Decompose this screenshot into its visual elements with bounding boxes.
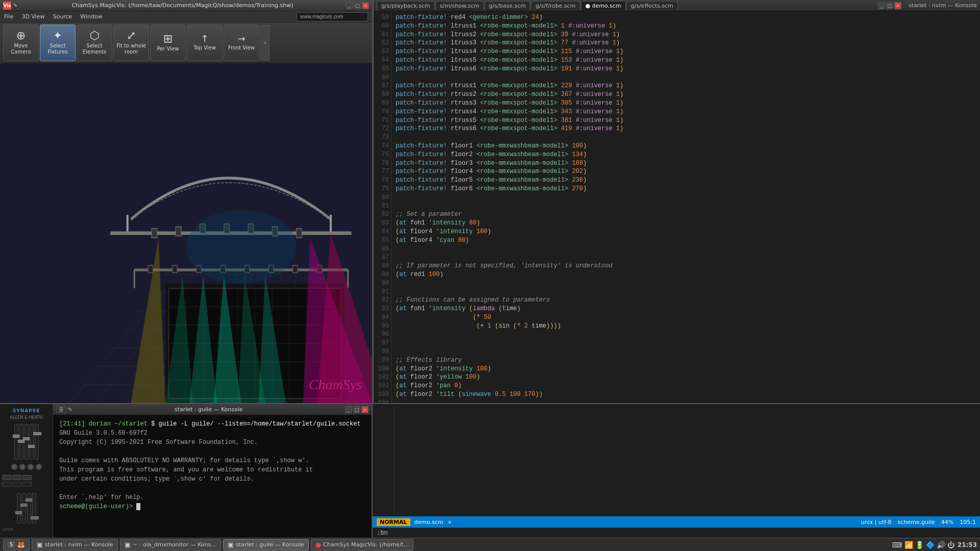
- mixer-btn-5[interactable]: [12, 482, 21, 487]
- tab-demo[interactable]: ● demo.scm: [581, 1, 626, 10]
- label-later: LATER: [2, 528, 11, 532]
- terminal-content[interactable]: [21:41] dorian ~/starlet $ guile -L guil…: [53, 415, 372, 538]
- code-line-78: patch-fixture! floor5 <robe-mmxwashbeam-…: [396, 176, 976, 185]
- terminal-close-btn[interactable]: ×: [361, 406, 369, 413]
- svg-rect-38: [176, 227, 181, 236]
- code-line-72: patch-fixture! rtruss6 <robe-mmxspot-mod…: [396, 124, 976, 133]
- code-line-97: [396, 339, 976, 347]
- terminal-edit-icon[interactable]: ✎: [68, 407, 72, 412]
- menu-file[interactable]: File: [4, 13, 13, 20]
- taskbar-item-magicvis[interactable]: ● ChamSys MagicVis: (/home/t...: [311, 539, 413, 550]
- vim-mode-badge: NORMAL: [377, 518, 410, 526]
- svg-rect-48: [173, 265, 177, 272]
- taskbar-item-ola[interactable]: ▣ ~ : ola_dmxmonitor — Kons...: [120, 539, 221, 550]
- terminal-line-9: Enter `,help' for help.: [59, 493, 365, 502]
- select-fixtures-btn[interactable]: ✦ Select Fixtures: [40, 24, 76, 61]
- fader-track-6[interactable]: [17, 493, 21, 523]
- system-tray: ⌨ 📶 🔋 🔷 🔊 ⏻: [892, 541, 954, 549]
- move-camera-btn[interactable]: ⊕ Move Camera: [3, 24, 39, 61]
- tab-effects[interactable]: g/s/effects.scm: [626, 1, 678, 10]
- magicvis-minimize-btn[interactable]: _: [346, 2, 353, 9]
- move-camera-icon: ⊕: [16, 30, 26, 41]
- fit-whole-room-btn[interactable]: ⤢ Fit to whole room: [113, 24, 149, 61]
- taskbar: 5 🦊 ▣ starlet : nvim — Konsole ▣ ~ : ola…: [0, 538, 980, 551]
- fader-track-3[interactable]: [24, 424, 29, 460]
- menu-source[interactable]: Source: [53, 13, 72, 20]
- front-view-btn[interactable]: → Front View: [224, 24, 259, 61]
- code-line-79: patch-fixture! floor6 <robe-mmxwashbeam-…: [396, 185, 976, 193]
- code-bottom-content: [373, 404, 980, 516]
- select-fixtures-label: Select Fixtures: [40, 43, 75, 55]
- tab-playback[interactable]: g/s/playback.scm: [377, 1, 435, 10]
- fader-handle-5[interactable]: [33, 432, 41, 435]
- taskbar-label-guile: starlet : guile — Konsole: [236, 541, 304, 548]
- mixer-btn-3[interactable]: [22, 475, 32, 480]
- fit-whole-room-icon: ⤢: [127, 30, 136, 41]
- mixer-btn-1[interactable]: [2, 475, 11, 480]
- code-line-62: patch-fixture! ltruss3 <robe-mmxspot-mod…: [396, 39, 976, 47]
- per-view-label: Per View: [157, 46, 179, 52]
- terminal-line-6: This program is free software, and you a…: [59, 465, 365, 474]
- top-view-btn[interactable]: ↑ Top View: [187, 24, 223, 61]
- mixer-brand: ALLEN & HEATH: [10, 415, 43, 420]
- tab-base[interactable]: g/s/base.scm: [484, 1, 530, 10]
- code-bottom-lines: [395, 406, 976, 514]
- code-text-area[interactable]: patch-fixture! red4 <generic-dimmer> 24)…: [391, 11, 980, 403]
- taskbar-right: ⌨ 📶 🔋 🔷 🔊 ⏻ 21:53: [892, 541, 977, 549]
- taskbar-label-ola: ~ : ola_dmxmonitor — Kons...: [133, 541, 216, 548]
- toolbar-expand-btn[interactable]: »: [260, 25, 270, 61]
- code-line-65: patch-fixture! ltruss6 <robe-mmxspot-mod…: [396, 65, 976, 73]
- terminal-menu-icon[interactable]: ☰: [56, 406, 66, 413]
- tab-robe[interactable]: g/s/f/robe.scm: [531, 1, 580, 10]
- terminal-titlebar: ☰ ✎ starlet : guile — Konsole _ □ ×: [53, 404, 372, 415]
- menu-3dview[interactable]: 3D View: [21, 13, 44, 20]
- viewport-3d[interactable]: ChamSys ChamSys: [0, 63, 372, 403]
- magicvis-close-btn[interactable]: ×: [362, 2, 369, 9]
- code-line-59: patch-fixture! red4 <generic-dimmer> 24): [396, 13, 976, 22]
- btn-row-1: [2, 475, 51, 480]
- knob-1[interactable]: [11, 464, 17, 470]
- fader-track-5[interactable]: [35, 424, 39, 460]
- mixer-btn-6[interactable]: [22, 482, 32, 487]
- fader-track-2[interactable]: [19, 424, 23, 460]
- code-close-btn[interactable]: ×: [894, 2, 901, 9]
- knob-2[interactable]: [19, 464, 26, 470]
- fader-row-2: [2, 493, 51, 523]
- fader-track-9[interactable]: [32, 493, 36, 523]
- bottom-area: SYNAPSE ALLEN & HEATH: [0, 403, 980, 538]
- knob-3[interactable]: [28, 464, 34, 470]
- mixer-logo: SYNAPSE: [13, 408, 40, 413]
- fader-track-4[interactable]: [30, 424, 34, 460]
- menu-window[interactable]: Window: [80, 13, 102, 20]
- code-line-81: [396, 202, 976, 211]
- knob-4[interactable]: [36, 464, 42, 470]
- code-line-76: patch-fixture! floor3 <robe-mmxwashbeam-…: [396, 159, 976, 168]
- taskbar-item-nvim[interactable]: ▣ starlet : nvim — Konsole: [32, 539, 117, 550]
- tab-show[interactable]: s/m/show.scm: [435, 1, 484, 10]
- taskbar-item-guile[interactable]: ▣ starlet : guile — Konsole: [223, 539, 309, 550]
- code-maximize-btn[interactable]: □: [886, 2, 893, 9]
- magicvis-taskbar-icon: ●: [315, 541, 321, 548]
- code-line-95: (+ 1 (sin (* 2 time)))): [396, 322, 976, 331]
- code-minimize-btn[interactable]: _: [878, 2, 885, 9]
- taskbar-item-5[interactable]: 5 🦊: [3, 539, 30, 550]
- code-statusbar: NORMAL demo.scm + unix | utf-8 scheme.gu…: [373, 516, 980, 528]
- code-panel-bottom: NORMAL demo.scm + unix | utf-8 scheme.gu…: [373, 404, 980, 538]
- mixer-buttons: [2, 475, 51, 487]
- fit-whole-room-label: Fit to whole room: [114, 43, 149, 55]
- code-line-75: patch-fixture! floor2 <robe-mmxwashbeam-…: [396, 151, 976, 159]
- mixer-faders: LATER: [2, 424, 51, 532]
- magicvis-maximize-btn[interactable]: □: [354, 2, 361, 9]
- fader-handle-9[interactable]: [31, 516, 39, 519]
- select-elements-btn[interactable]: ⬡ Select Elements: [77, 24, 112, 61]
- vim-cmdline[interactable]: :bn: [373, 528, 980, 538]
- mixer-btn-4[interactable]: [2, 482, 11, 487]
- url-input[interactable]: [297, 12, 368, 21]
- per-view-btn[interactable]: ⊞ Per View: [150, 24, 186, 61]
- terminal-maximize-btn[interactable]: □: [353, 406, 360, 413]
- magicvis-toolbar: ⊕ Move Camera ✦ Select Fixtures ⬡ Select…: [0, 22, 372, 63]
- fader-track-7[interactable]: [22, 493, 26, 523]
- mixer-btn-2[interactable]: [12, 475, 21, 480]
- terminal-minimize-btn[interactable]: _: [345, 406, 352, 413]
- bottom-left: SYNAPSE ALLEN & HEATH: [0, 404, 373, 538]
